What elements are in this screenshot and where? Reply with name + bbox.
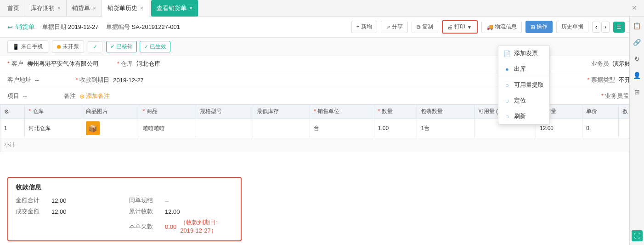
payment-title: 收款信息 [16,183,233,192]
doc-icon: 📄 [504,50,510,57]
number-label-text: 单据编号 [106,23,130,31]
operations-icon: ⊞ [531,24,535,30]
history-label: 历史单据 [561,23,583,31]
transaction-amount-label: 成交金额 [16,207,48,216]
dropdown-locate[interactable]: ○ 定位 [498,93,549,108]
from-phone-button[interactable]: 📱 来自手机 [7,40,48,53]
add-note-button[interactable]: ⊕ 添加备注 [79,92,110,100]
print-button[interactable]: 🖨 打印 ▼ [442,20,478,34]
phone-icon: 📱 [12,44,19,50]
list-view-button[interactable]: ☰ [613,22,625,33]
warehouse-field: 仓库 河北仓库 [117,60,161,68]
address-field: 客户地址 -- [7,76,39,84]
sidebar-rotate-icon[interactable]: ↻ [632,53,643,64]
cumulative-row: 累计收款 12.00 [129,207,233,216]
payment-grid: 金额合计 12.00 同单现结 -- 成交金额 12.00 累计收款 12.00 [16,196,233,235]
tab-sales[interactable]: 销货单 × [67,0,102,17]
tab-view-sales[interactable]: 查看销货单 × [151,0,198,17]
project-label: 项目 [7,92,19,100]
check-mark-button[interactable]: ✓ [88,41,102,52]
check-sold-icon: ✓ [110,43,115,50]
date-value: 2019-12-27 [68,23,99,30]
subtotal-label: 小计 [0,138,644,152]
tab-inventory-close[interactable]: × [57,5,61,11]
col-settings[interactable]: ⚙ [0,105,25,119]
check-effective-icon: ✓ [144,44,148,50]
row-pack-qty: 1台 [417,119,474,138]
number-value: SA-20191227-001 [132,23,181,30]
circle-blue-icon: ● [504,66,510,72]
dropdown-add-invoice[interactable]: 📄 添加发票 [498,46,549,61]
sidebar-link-icon[interactable]: 🔗 [632,37,643,48]
outstanding-label: 本单欠款 [129,222,161,231]
locate-label: 定位 [514,97,526,105]
product-image [86,121,100,135]
print-dropdown-arrow: ▼ [467,24,472,30]
dropdown-outbound[interactable]: ● 出库 [498,61,549,77]
outstanding-value: 0.00 [165,223,176,230]
add-invoice-label: 添加发票 [514,49,538,57]
available-pick-label: 可用量提取 [514,81,544,89]
window-close-button[interactable]: × [628,3,640,13]
sidebar-person-icon[interactable]: 👤 [632,70,643,81]
logistics-icon: 🚚 [486,24,493,30]
sidebar-grid-icon[interactable]: ⊞ [632,86,643,97]
next-button[interactable]: › [601,22,610,33]
logistics-label: 物流信息 [495,23,517,31]
prev-button[interactable]: ‹ [592,22,600,33]
col-spec: 规格型号 [196,105,253,119]
tab-home[interactable]: 首页 [4,0,25,17]
staff-label: 业务员 [591,60,609,68]
orange-dot [57,45,61,49]
row-price: 0. [582,119,618,138]
circle-blue-icon-4: ○ [504,113,510,120]
circle-blue-icon-2: ○ [504,82,510,88]
customer-label: 客户 [7,60,23,68]
history-button[interactable]: 历史单据 [556,21,588,33]
sidebar-expand-icon[interactable]: ⛶ [632,230,643,241]
customer-field: 客户 柳州粤港平安气体有限公司 [7,60,99,68]
new-button[interactable]: + 新增 [351,21,377,33]
warehouse-label: 仓库 [117,60,133,68]
copy-button[interactable]: ⧉ 复制 [412,21,438,33]
tab-home-label: 首页 [7,4,19,12]
operations-dropdown: 📄 添加发票 ● 出库 ○ 可用量提取 ○ 定位 ○ 刷新 [498,45,550,125]
address-label: 客户地址 [7,76,31,84]
not-opened-button[interactable]: 未开票 [52,40,84,53]
customer-value: 柳州粤港平安气体有限公司 [27,60,99,68]
tab-bar: 首页 库存期初 × 销货单 × 销货单历史 × 查看销货单 × × [0,0,644,17]
tab-sales-history[interactable]: 销货单历史 × [102,0,149,17]
outstanding-row: 本单欠款 0.00 （收款到期日: 2019-12-27） [129,218,233,235]
share-button[interactable]: ↗ 分享 [381,21,408,33]
tab-sales-close[interactable]: × [93,5,96,11]
tab-view-sales-close[interactable]: × [189,5,192,11]
doc-actions: + 新增 ↗ 分享 ⧉ 复制 🖨 打印 ▼ 🚚 物流信息 [351,20,637,34]
settings-icon: ⚙ [4,108,9,115]
share-label: 分享 [392,23,403,31]
sidebar-doc-icon[interactable]: 📋 [632,20,643,31]
row-qty: 1.00 [374,119,417,138]
total-amount-row: 金额合计 12.00 [16,196,120,205]
circle-blue-icon-3: ○ [504,97,510,104]
tab-sales-history-close[interactable]: × [140,5,143,11]
status-badges: ✓ 已核销 ✓ 已生效 [106,41,170,52]
date-label: 单据日期 2019-12-27 [42,23,99,31]
dropdown-refresh[interactable]: ○ 刷新 [498,108,549,124]
operations-button[interactable]: ⊞ 操作 [525,21,553,33]
already-sold-badge: ✓ 已核销 [106,41,137,52]
dropdown-available-pick[interactable]: ○ 可用量提取 [498,77,549,93]
doc-meta: 单据日期 2019-12-27 单据编号 SA-20191227-001 [42,23,180,31]
copy-icon: ⧉ [417,24,421,30]
tab-sales-history-label: 销货单历史 [107,4,137,12]
address-value: -- [35,77,39,84]
tab-inventory[interactable]: 库存期初 × [25,0,67,17]
logistics-button[interactable]: 🚚 物流信息 [481,21,522,33]
settlement-row: 同单现结 -- [129,196,233,205]
outstanding-note: （收款到期日: 2019-12-27） [180,218,233,235]
already-effective-badge: ✓ 已生效 [140,41,170,52]
note-field: 备注 ⊕ 添加备注 [64,92,110,100]
print-label: 打印 [454,23,465,31]
total-amount-value: 12.00 [51,197,67,204]
row-spec [196,119,253,138]
payment-section: 收款信息 金额合计 12.00 同单现结 -- 成交金额 12.00 累计收款 … [7,177,242,241]
